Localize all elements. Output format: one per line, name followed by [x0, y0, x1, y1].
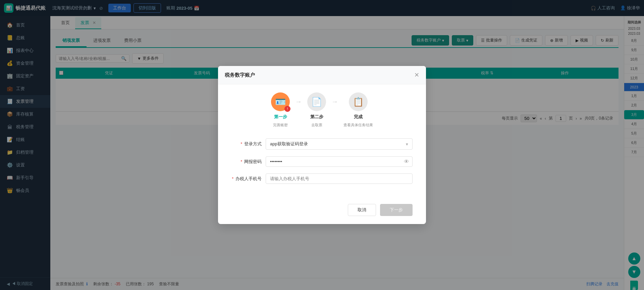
login-method-select[interactable]: app获取验证码登录 ▾	[266, 138, 413, 150]
step-3: 📋 完成 查看具体任务结果	[343, 92, 373, 128]
phone-field	[266, 173, 413, 184]
phone-input[interactable]	[266, 173, 413, 184]
login-method-field: app获取验证码登录 ▾	[266, 138, 413, 150]
modal-body: 🪪 ! 第一步 完善账密 → 📄 第二步 去取票 →	[218, 84, 426, 199]
password-row: * 网报密码 👁	[231, 156, 413, 167]
modal-title: 税务数字账户	[225, 72, 255, 78]
step-1: 🪪 ! 第一步 完善账密	[271, 92, 290, 128]
password-label: * 网报密码	[231, 159, 262, 165]
login-method-row: * 登录方式 app获取验证码登录 ▾	[231, 138, 413, 150]
password-toggle-eye-icon[interactable]: 👁	[404, 159, 409, 165]
step-1-icon: 🪪 !	[271, 92, 290, 111]
password-wrap: 👁	[266, 156, 413, 167]
step-3-icon: 📋	[349, 92, 368, 111]
step-3-desc: 查看具体任务结果	[343, 123, 373, 128]
modal-header: 税务数字账户 ✕	[218, 66, 426, 84]
modal-footer: 取消 下一步	[218, 199, 426, 224]
step-1-badge: !	[284, 106, 290, 112]
password-input[interactable]	[266, 156, 413, 167]
step-2: 📄 第二步 去取票	[307, 92, 326, 128]
step-2-icon: 📄	[307, 92, 326, 111]
modal-next-button[interactable]: 下一步	[380, 204, 413, 216]
password-field: 👁	[266, 156, 413, 167]
modal-overlay: 税务数字账户 ✕ 🪪 ! 第一步 完善账密 →	[0, 0, 644, 290]
step-2-label: 第二步	[310, 114, 323, 120]
step-arrow-1: →	[295, 98, 302, 105]
select-chevron-icon: ▾	[406, 142, 408, 147]
tax-digital-account-modal: 税务数字账户 ✕ 🪪 ! 第一步 完善账密 →	[218, 66, 426, 224]
step-2-desc: 去取票	[311, 123, 322, 128]
step-1-label: 第一步	[274, 114, 287, 120]
modal-cancel-button[interactable]: 取消	[348, 204, 376, 216]
steps-indicator: 🪪 ! 第一步 完善账密 → 📄 第二步 去取票 →	[231, 92, 413, 128]
phone-label: * 办税人手机号	[231, 176, 262, 182]
phone-row: * 办税人手机号	[231, 173, 413, 184]
step-1-desc: 完善账密	[273, 123, 288, 128]
step-arrow-2: →	[331, 98, 338, 105]
modal-close-button[interactable]: ✕	[414, 71, 419, 79]
login-method-label: * 登录方式	[231, 141, 262, 147]
step-3-label: 完成	[354, 114, 363, 120]
